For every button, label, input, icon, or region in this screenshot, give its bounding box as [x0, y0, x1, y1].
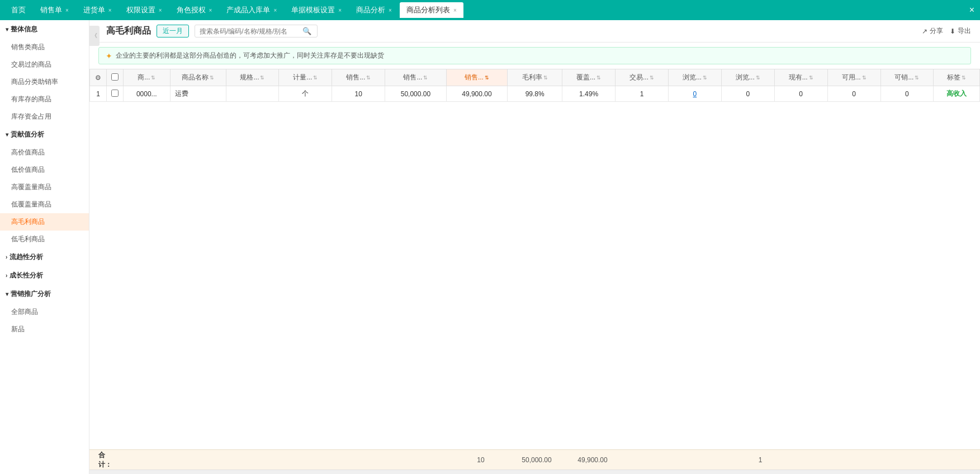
col-current-stock[interactable]: 现有...⇅: [774, 69, 827, 86]
sidebar-item-high-margin[interactable]: 高毛利商品: [0, 213, 89, 231]
row-sellable: 0: [880, 86, 934, 102]
col-coverage[interactable]: 覆盖...⇅: [562, 69, 616, 86]
sidebar-group-overall[interactable]: ▾ 整体信息: [0, 20, 89, 39]
col-settings[interactable]: ⚙: [90, 69, 107, 86]
close-icon[interactable]: ×: [389, 7, 392, 13]
row-coverage: 1.49%: [562, 86, 616, 102]
tab-sales[interactable]: 销售单 ×: [34, 2, 75, 18]
close-icon[interactable]: ×: [273, 7, 277, 13]
table-row: 1 0000... 运费 个 10 50,000.00 49,900.00 99…: [90, 86, 980, 102]
row-available: 0: [827, 86, 880, 102]
sidebar-item-stock-capital[interactable]: 库存资金占用: [0, 108, 89, 125]
main-layout: ▾ 整体信息 销售类商品 交易过的商品 商品分类助销率 有库存的商品 库存资金占…: [0, 20, 980, 474]
close-icon[interactable]: ×: [65, 7, 69, 13]
col-tag[interactable]: 标签⇅: [934, 69, 980, 86]
close-icon[interactable]: ×: [209, 7, 212, 13]
row-code: 0000...: [124, 86, 171, 102]
footer-summary: 合计： 10 50,000.00 49,900.00 1 0 0: [89, 449, 980, 470]
close-icon[interactable]: ×: [453, 7, 457, 13]
sidebar-group-trend[interactable]: › 流趋性分析: [0, 248, 89, 266]
sidebar-item-high-coverage[interactable]: 高覆盖量商品: [0, 179, 89, 196]
export-button[interactable]: ⬇ 导出: [950, 26, 971, 36]
sidebar: ▾ 整体信息 销售类商品 交易过的商品 商品分类助销率 有库存的商品 库存资金占…: [0, 20, 89, 474]
summary-sales-qty: 10: [458, 456, 503, 464]
chevron-down-icon: ▾: [6, 132, 8, 138]
col-name[interactable]: 商品名称⇅: [170, 69, 226, 86]
search-box: 🔍: [195, 25, 318, 37]
row-profit-rate: 99.8%: [508, 86, 562, 102]
sidebar-item-traded-goods[interactable]: 交易过的商品: [0, 56, 89, 73]
row-browse1[interactable]: 0: [668, 86, 721, 102]
top-nav: 首页 销售单 × 进货单 × 权限设置 × 角色授权 × 产成品入库单 × 单据…: [0, 0, 980, 20]
header-actions: ↗ 分享 ⬇ 导出: [922, 26, 971, 36]
row-spec: [226, 86, 279, 102]
row-sales-qty: 10: [332, 86, 385, 102]
col-sales-amount[interactable]: 销售...⇅: [385, 69, 446, 86]
summary-sales-amount: 50,000.00: [514, 456, 559, 464]
sidebar-group-contribution[interactable]: ▾ 贡献值分析: [0, 125, 89, 144]
horizontal-scrollbar[interactable]: [89, 470, 980, 474]
filter-period-button[interactable]: 近一月: [157, 25, 189, 37]
close-all-tabs[interactable]: ×: [969, 5, 974, 15]
tab-warehouse[interactable]: 产成品入库单 ×: [220, 2, 283, 18]
sidebar-group-growth[interactable]: › 成长性分析: [0, 266, 89, 285]
sidebar-item-all-goods[interactable]: 全部商品: [0, 303, 89, 321]
col-unit[interactable]: 计量...⇅: [279, 69, 332, 86]
sidebar-item-sales-goods[interactable]: 销售类商品: [0, 39, 89, 56]
sidebar-item-stocked-goods[interactable]: 有库存的商品: [0, 91, 89, 108]
col-sellable[interactable]: 可销...⇅: [880, 69, 934, 86]
data-table: ⚙ 商...⇅ 商品名称⇅ 规格...⇅ 计量...⇅ 销售...⇅ 销售...…: [89, 69, 980, 102]
sidebar-item-low-coverage[interactable]: 低覆盖量商品: [0, 196, 89, 213]
col-profit-rate[interactable]: 毛利率⇅: [508, 69, 562, 86]
row-select-checkbox[interactable]: [111, 90, 119, 97]
sidebar-group-marketing[interactable]: ▾ 营销推广分析: [0, 285, 89, 303]
sidebar-item-high-value[interactable]: 高价值商品: [0, 144, 89, 161]
row-current-stock: 0: [774, 86, 827, 102]
col-sales-qty[interactable]: 销售...⇅: [332, 69, 385, 86]
col-spec[interactable]: 规格...⇅: [226, 69, 279, 86]
tab-purchase[interactable]: 进货单 ×: [77, 2, 119, 18]
page-title: 高毛利商品: [106, 25, 151, 37]
export-icon: ⬇: [950, 27, 955, 35]
sidebar-item-low-value[interactable]: 低价值商品: [0, 161, 89, 179]
select-all-checkbox[interactable]: [111, 73, 119, 81]
col-sales-profit[interactable]: 销售...⇅: [446, 69, 507, 86]
close-icon[interactable]: ×: [338, 7, 342, 13]
close-icon[interactable]: ×: [159, 7, 162, 13]
tab-permission[interactable]: 权限设置 ×: [120, 2, 169, 18]
sidebar-item-low-margin[interactable]: 低毛利商品: [0, 231, 89, 248]
tab-template[interactable]: 单据模板设置 ×: [285, 2, 348, 18]
row-transaction: 1: [616, 86, 669, 102]
tab-home[interactable]: 首页: [4, 2, 32, 18]
data-table-container[interactable]: ⚙ 商...⇅ 商品名称⇅ 规格...⇅ 计量...⇅ 销售...⇅ 销售...…: [89, 69, 980, 449]
table-header-row: ⚙ 商...⇅ 商品名称⇅ 规格...⇅ 计量...⇅ 销售...⇅ 销售...…: [90, 69, 980, 86]
close-icon[interactable]: ×: [108, 7, 112, 13]
sidebar-item-new-goods[interactable]: 新品: [0, 321, 89, 338]
summary-available: 0: [962, 456, 980, 464]
row-tag: 高收入: [934, 86, 980, 102]
col-browse1[interactable]: 浏览...⇅: [668, 69, 721, 86]
summary-label: 合计：: [98, 450, 112, 470]
sidebar-collapse-button[interactable]: 《: [89, 26, 100, 46]
row-name: 运费: [170, 86, 226, 102]
row-unit: 个: [279, 86, 332, 102]
tab-analysis-list[interactable]: 商品分析列表 ×: [400, 2, 463, 18]
share-icon: ↗: [922, 27, 927, 35]
tab-role[interactable]: 角色授权 ×: [170, 2, 219, 18]
share-button[interactable]: ↗ 分享: [922, 26, 943, 36]
row-checkbox[interactable]: [107, 86, 124, 102]
row-sales-amount: 50,000.00: [385, 86, 446, 102]
content-area: 《 高毛利商品 近一月 🔍 ↗ 分享 ⬇ 导出 ✦ 企: [89, 20, 980, 474]
search-input[interactable]: [200, 27, 300, 35]
summary-transaction: 1: [738, 456, 783, 464]
chevron-down-icon: ▾: [6, 26, 8, 32]
col-browse2[interactable]: 浏览...⇅: [721, 69, 774, 86]
col-checkbox[interactable]: [107, 69, 124, 86]
search-icon[interactable]: 🔍: [302, 27, 311, 35]
info-banner: ✦ 企业的主要的利润都是这部分商品创造的，可考虑加大推广，同时关注库存是不要出现…: [98, 47, 971, 64]
sidebar-item-category-rate[interactable]: 商品分类助销率: [0, 73, 89, 91]
tab-analysis[interactable]: 商品分析 ×: [349, 2, 399, 18]
col-transaction[interactable]: 交易...⇅: [616, 69, 669, 86]
col-code[interactable]: 商...⇅: [124, 69, 171, 86]
col-available[interactable]: 可用...⇅: [827, 69, 880, 86]
